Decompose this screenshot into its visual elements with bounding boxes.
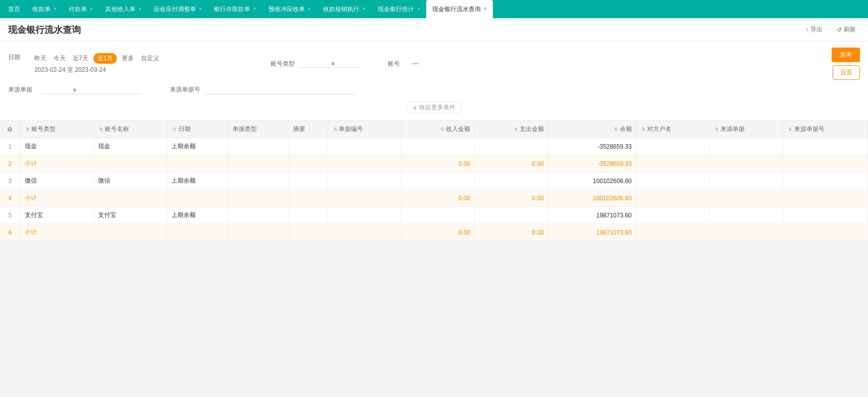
- expense-cell: [475, 207, 548, 224]
- account-name-cell: [94, 190, 167, 207]
- counterparty-cell: [636, 207, 709, 224]
- col-source-doc: ⇅ 来源单据: [709, 121, 783, 138]
- nav-cash-flow[interactable]: 现金银行流水查询 ×: [426, 0, 493, 18]
- doc-type-cell: [228, 207, 289, 224]
- date-shortcuts: 昨天 今天 近7天 近1月 更多 自定义: [32, 53, 161, 64]
- refresh-button[interactable]: ↺ 刷新: [833, 23, 860, 36]
- close-cash-flow-icon[interactable]: ×: [484, 0, 487, 18]
- close-prepay-icon[interactable]: ×: [308, 0, 311, 18]
- seq-cell: 5: [0, 207, 20, 224]
- sort-counterparty-icon[interactable]: ⇅: [642, 126, 646, 132]
- gear-icon[interactable]: ⚙: [7, 126, 13, 133]
- source-doc-no-input[interactable]: [204, 85, 356, 95]
- counterparty-cell: [636, 155, 709, 172]
- sort-income-icon[interactable]: ⇅: [440, 126, 444, 132]
- sort-doc-no-icon[interactable]: ⇅: [333, 126, 337, 132]
- account-type-cell: 小计: [20, 155, 94, 172]
- close-other-income-icon[interactable]: ×: [139, 0, 142, 18]
- nav-cash-stat[interactable]: 现金银行统计 ×: [372, 0, 426, 18]
- sort-source-doc-icon[interactable]: ⇅: [715, 126, 719, 132]
- table-row: 6小计0.000.0019871073.60: [0, 224, 868, 241]
- settings-button[interactable]: 设置: [833, 65, 860, 80]
- nav-prepay[interactable]: 预收冲应收单 ×: [262, 0, 317, 18]
- sort-balance-icon[interactable]: ⇅: [614, 126, 618, 132]
- sort-source-doc-no-icon[interactable]: ⇅: [788, 126, 792, 132]
- yesterday-btn[interactable]: 昨天: [32, 53, 49, 64]
- date-filter-group: 日期 昨天 今天 近7天 近1月 更多 自定义 2023-02-24 至 202…: [8, 53, 161, 74]
- col-source-doc-no: ⇅ 来源单据号: [783, 121, 868, 138]
- seq-cell: 3: [0, 172, 20, 190]
- source-doc-select[interactable]: ∨: [40, 86, 142, 94]
- source-doc-no-cell: [783, 172, 868, 190]
- expense-cell: 0.00: [475, 224, 548, 241]
- source-doc-cell: [709, 190, 783, 207]
- col-summary: 摘要: [289, 121, 328, 138]
- date-cell: 上期余额: [167, 172, 229, 190]
- nav-collect-exec[interactable]: 收款核销执行 ×: [317, 0, 372, 18]
- account-dots-btn[interactable]: ···: [412, 59, 419, 68]
- account-type-chevron-icon: ∨: [331, 61, 335, 66]
- close-ap-adjust-icon[interactable]: ×: [199, 0, 202, 18]
- seq-cell: 4: [0, 190, 20, 207]
- sort-account-name-icon[interactable]: ⇅: [99, 126, 103, 132]
- recent1m-btn[interactable]: 近1月: [94, 53, 117, 64]
- recent7-btn[interactable]: 近7天: [71, 53, 90, 64]
- header-actions: ↑ 导出 ↺ 刷新: [801, 23, 860, 36]
- collapse-button[interactable]: ∧ 收起更多条件: [406, 102, 462, 113]
- close-cash-stat-icon[interactable]: ×: [417, 0, 420, 18]
- income-cell: 0.00: [401, 224, 474, 241]
- account-type-cell: 支付宝: [20, 207, 94, 224]
- nav-home[interactable]: 首页: [2, 0, 26, 18]
- query-button[interactable]: 查询: [832, 48, 860, 62]
- source-doc-no-cell: [783, 224, 868, 241]
- col-settings[interactable]: ⚙: [0, 121, 20, 138]
- close-bank-deposit-icon[interactable]: ×: [253, 0, 256, 18]
- sort-expense-icon[interactable]: ⇅: [514, 126, 518, 132]
- page-header: 现金银行流水查询 ↑ 导出 ↺ 刷新: [0, 18, 868, 41]
- table-row: 2小计0.000.00-3528659.33: [0, 155, 868, 172]
- more-date-btn[interactable]: 更多: [120, 53, 136, 64]
- seq-cell: 1: [0, 138, 20, 155]
- table-row: 5支付宝支付宝上期余额19871073.60: [0, 207, 868, 224]
- date-cell: [167, 155, 229, 172]
- account-no-group: 账号 ···: [388, 59, 423, 68]
- top-navigation: 首页 收款单 × 付款单 × 其他收入单 × 应收应付调整单 × 银行存取款单 …: [0, 0, 868, 18]
- col-doc-type: 单据类型: [228, 121, 289, 138]
- doc-no-cell: [328, 138, 401, 155]
- col-account-name: ⇅ 账号名称: [94, 121, 167, 138]
- balance-cell: -3528659.33: [548, 155, 636, 172]
- export-button[interactable]: ↑ 导出: [801, 23, 827, 36]
- counterparty-cell: [636, 224, 709, 241]
- data-table: ⚙ ⇅ 账号类型 ⇅ 账号名称 ⇅ 日期 单据类型 摘要: [0, 121, 868, 241]
- income-cell: 0.00: [401, 155, 474, 172]
- nav-other-income[interactable]: 其他收入单 ×: [99, 0, 148, 18]
- close-receive-icon[interactable]: ×: [54, 0, 57, 18]
- table-row: 3微信微信上期余额100102606.60: [0, 172, 868, 190]
- balance-cell: 100102606.60: [548, 190, 636, 207]
- account-type-select[interactable]: ∨: [299, 60, 359, 68]
- close-payment-icon[interactable]: ×: [90, 0, 93, 18]
- expense-cell: [475, 172, 548, 190]
- nav-bank-deposit[interactable]: 银行存取款单 ×: [208, 0, 262, 18]
- filter-right-actions: 查询 设置: [832, 48, 860, 80]
- expense-cell: 0.00: [475, 155, 548, 172]
- sort-date-icon[interactable]: ⇅: [172, 126, 176, 132]
- nav-payment[interactable]: 付款单 ×: [63, 0, 99, 18]
- summary-cell: [289, 190, 328, 207]
- today-btn[interactable]: 今天: [52, 53, 68, 64]
- custom-date-btn[interactable]: 自定义: [139, 53, 161, 64]
- doc-no-cell: [328, 224, 401, 241]
- doc-type-cell: [228, 224, 289, 241]
- date-options: 昨天 今天 近7天 近1月 更多 自定义 2023-02-24 至 2023-0…: [32, 53, 161, 74]
- col-account-type: ⇅ 账号类型: [20, 121, 94, 138]
- sort-account-type-icon[interactable]: ⇅: [26, 126, 30, 132]
- close-collect-exec-icon[interactable]: ×: [362, 0, 366, 18]
- account-type-label: 账号类型: [270, 60, 295, 68]
- nav-receive[interactable]: 收款单 ×: [26, 0, 63, 18]
- col-income: ⇅ 收入金额: [401, 121, 474, 138]
- income-cell: [401, 207, 474, 224]
- counterparty-cell: [636, 190, 709, 207]
- nav-ap-adjust[interactable]: 应收应付调整单 ×: [148, 0, 208, 18]
- filter-row-1: 日期 昨天 今天 近7天 近1月 更多 自定义 2023-02-24 至 202…: [8, 48, 860, 80]
- doc-type-cell: [228, 155, 289, 172]
